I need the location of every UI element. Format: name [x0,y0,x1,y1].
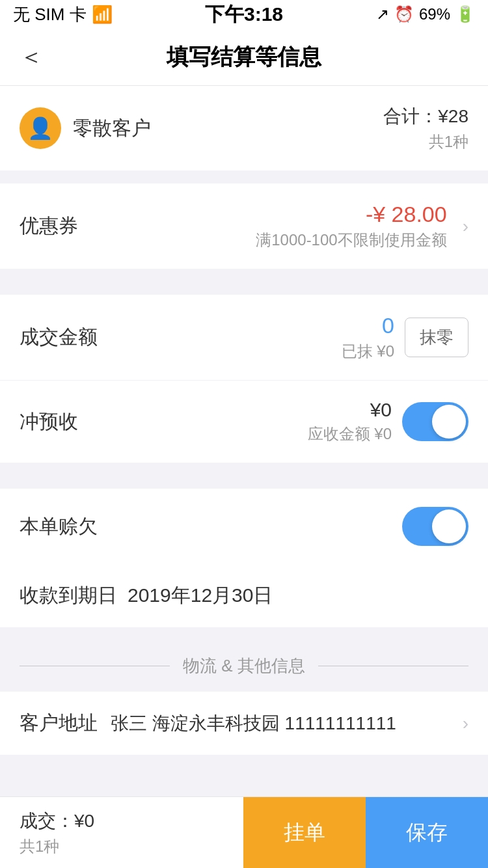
credit-section: 本单赊欠 收款到期日 2019年12月30日 [0,489,488,627]
prepayment-toggle[interactable] [402,402,468,441]
bottom-deal-value: ¥0 [74,811,94,831]
deal-amount-value-col: 0 已抹 ¥0 [342,313,394,362]
bottom-info: 成交：¥0 共1种 [0,797,243,868]
customer-count: 共1种 [383,131,468,152]
round-zero-button[interactable]: 抹零 [405,318,468,357]
address-label: 客户地址 [20,710,98,737]
coupon-discount-note: 满1000-100不限制使用金额 [256,230,446,251]
customer-total: 合计：¥28 [383,104,468,129]
battery-text: 69% [419,5,450,23]
battery-icon: 🔋 [455,5,475,23]
credit-label: 本单赊欠 [20,513,98,540]
customer-section: 👤 零散客户 合计：¥28 共1种 [0,86,488,170]
prepayment-right: ¥0 应收金额 ¥0 [308,399,468,444]
logistics-separator: 物流 & 其他信息 [0,640,488,692]
divider-1 [0,282,488,295]
bottom-count: 共1种 [20,836,224,857]
save-button[interactable]: 保存 [366,797,488,868]
coupon-section[interactable]: 优惠券 -¥ 28.00 满1000-100不限制使用金额 › [0,183,488,269]
nav-bar: ＜ 填写结算等信息 [0,29,488,86]
status-left: 无 SIM 卡 📶 [13,3,113,26]
deal-amount-sub: 已抹 ¥0 [342,341,394,362]
due-date-value: 2019年12月30日 [128,582,273,609]
credit-toggle-knob [432,509,466,543]
deal-prepayment-section: 成交金额 0 已抹 ¥0 抹零 冲预收 ¥0 应收金额 ¥0 [0,295,488,463]
pending-button[interactable]: 挂单 [243,797,366,868]
wifi-icon: 📶 [92,5,113,25]
prepayment-value: ¥0 [308,399,392,421]
customer-right: 合计：¥28 共1种 [383,104,468,152]
deal-amount-row: 成交金额 0 已抹 ¥0 抹零 [0,295,488,380]
deal-amount-value: 0 [342,313,394,338]
status-time: 下午3:18 [205,1,283,28]
logistics-text: 物流 & 其他信息 [170,655,318,677]
address-value: 张三 海淀永丰科技园 11111111111 [111,711,457,736]
status-right: ↗ ⏰ 69% 🔋 [376,5,475,23]
due-date-row: 收款到期日 2019年12月30日 [0,564,488,627]
prepayment-row: 冲预收 ¥0 应收金额 ¥0 [0,380,488,463]
carrier-text: 无 SIM 卡 [13,3,87,26]
bottom-deal-amount: 成交：¥0 [20,809,224,834]
deal-amount-label: 成交金额 [20,324,98,351]
customer-left: 👤 零散客户 [20,107,151,149]
deal-amount-right: 0 已抹 ¥0 抹零 [342,313,468,362]
due-date-label: 收款到期日 [20,582,117,609]
coupon-right: -¥ 28.00 满1000-100不限制使用金额 › [256,202,468,251]
location-icon: ↗ [376,5,389,23]
customer-row: 👤 零散客户 合计：¥28 共1种 [0,86,488,170]
alarm-icon: ⏰ [394,5,414,23]
address-chevron-icon: › [463,713,468,734]
credit-right [402,507,468,546]
status-bar: 无 SIM 卡 📶 下午3:18 ↗ ⏰ 69% 🔋 [0,0,488,29]
coupon-value-col: -¥ 28.00 满1000-100不限制使用金额 [256,202,446,251]
chevron-right-icon: › [463,216,468,237]
address-section[interactable]: 客户地址 张三 海淀永丰科技园 11111111111 › [0,692,488,755]
bottom-deal-label: 成交： [20,811,74,831]
logistics-line-right [318,666,468,666]
coupon-label: 优惠券 [20,213,78,239]
prepayment-sub: 应收金额 ¥0 [308,424,392,444]
page-title: 填写结算等信息 [167,42,321,72]
prepayment-value-col: ¥0 应收金额 ¥0 [308,399,392,444]
avatar: 👤 [20,107,61,149]
logistics-line-left [20,666,170,666]
pending-button-label: 挂单 [284,819,325,847]
divider-2 [0,476,488,489]
toggle-knob [432,405,466,439]
customer-name: 零散客户 [73,115,151,142]
save-button-label: 保存 [406,819,448,847]
credit-row: 本单赊欠 [0,489,488,564]
coupon-row[interactable]: 优惠券 -¥ 28.00 满1000-100不限制使用金额 › [0,183,488,269]
coupon-discount-value: -¥ 28.00 [256,202,446,227]
prepayment-label: 冲预收 [20,409,78,435]
credit-toggle[interactable] [402,507,468,546]
bottom-bar: 成交：¥0 共1种 挂单 保存 [0,796,488,868]
back-button[interactable]: ＜ [20,41,43,73]
